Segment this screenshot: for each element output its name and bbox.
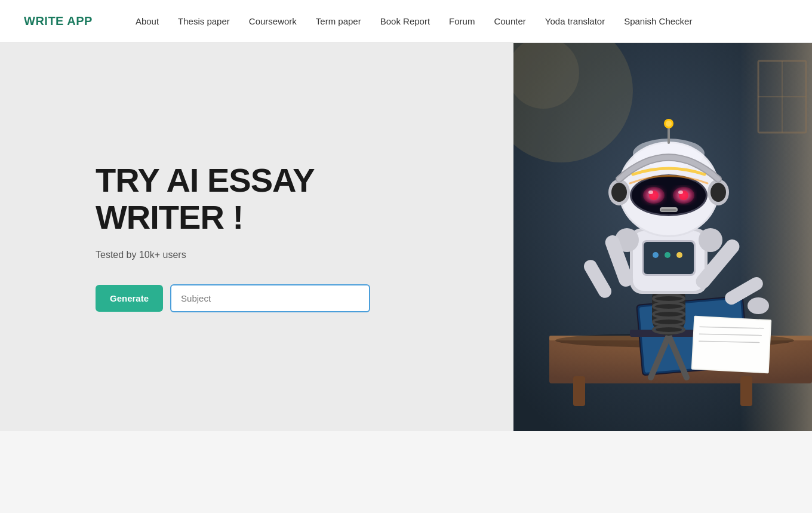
nav-link-book-report[interactable]: Book Report <box>373 13 437 30</box>
svg-point-55 <box>648 191 653 194</box>
hero-image <box>513 43 812 431</box>
nav-link-yoda-translator[interactable]: Yoda translator <box>538 13 612 30</box>
svg-point-35 <box>699 228 722 252</box>
svg-point-46 <box>611 183 627 202</box>
bottom-section <box>0 431 812 509</box>
nav-item-about[interactable]: About <box>128 16 166 27</box>
nav-link-counter[interactable]: Counter <box>487 13 533 30</box>
nav-item-forum[interactable]: Forum <box>442 16 482 27</box>
svg-point-48 <box>710 183 726 202</box>
svg-point-61 <box>666 121 672 127</box>
robot-illustration <box>513 43 812 431</box>
svg-rect-63 <box>740 376 752 406</box>
nav-item-spanish-checker[interactable]: Spanish Checker <box>617 16 699 27</box>
svg-point-33 <box>676 252 682 258</box>
nav-item-book-report[interactable]: Book Report <box>373 16 437 27</box>
nav-item-yoda-translator[interactable]: Yoda translator <box>538 16 612 27</box>
hero-section: TRY AI ESSAY WRITER ! Tested by 10k+ use… <box>0 43 812 431</box>
nav-link-term-paper[interactable]: Term paper <box>309 13 368 30</box>
subject-input[interactable] <box>170 284 370 312</box>
svg-rect-14 <box>693 317 770 372</box>
nav-link-spanish-checker[interactable]: Spanish Checker <box>617 13 699 30</box>
nav-item-thesis-paper[interactable]: Thesis paper <box>171 16 237 27</box>
svg-point-56 <box>678 191 683 194</box>
svg-rect-58 <box>661 209 676 211</box>
generate-button[interactable]: Generate <box>96 285 163 312</box>
nav-link-about[interactable]: About <box>128 13 166 30</box>
brand-logo[interactable]: WRITE APP <box>24 14 93 28</box>
nav-item-term-paper[interactable]: Term paper <box>309 16 368 27</box>
hero-form: Generate <box>96 284 370 312</box>
nav-link-forum[interactable]: Forum <box>442 13 482 30</box>
svg-point-32 <box>665 252 670 258</box>
hero-subtitle: Tested by 10k+ users <box>96 250 370 260</box>
hero-title-line2: WRITER ! <box>96 198 243 236</box>
nav-links: About Thesis paper Coursework Term paper… <box>128 16 700 27</box>
navbar: WRITE APP About Thesis paper Coursework … <box>0 0 812 43</box>
hero-content: TRY AI ESSAY WRITER ! Tested by 10k+ use… <box>96 162 394 312</box>
robot-svg <box>513 43 812 431</box>
nav-link-thesis-paper[interactable]: Thesis paper <box>171 13 237 30</box>
svg-rect-30 <box>644 242 694 274</box>
nav-item-coursework[interactable]: Coursework <box>242 16 304 27</box>
svg-point-38 <box>748 297 769 314</box>
nav-link-coursework[interactable]: Coursework <box>242 13 304 30</box>
nav-item-counter[interactable]: Counter <box>487 16 533 27</box>
svg-point-31 <box>653 252 659 258</box>
svg-rect-62 <box>573 376 585 406</box>
hero-title-line1: TRY AI ESSAY <box>96 161 315 199</box>
hero-title: TRY AI ESSAY WRITER ! <box>96 162 370 235</box>
